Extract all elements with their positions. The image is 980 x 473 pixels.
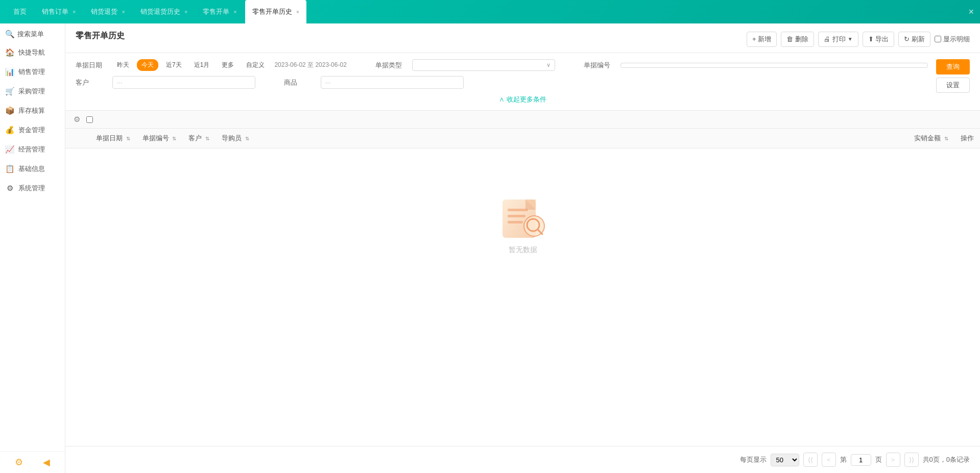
sidebar-item-inventory[interactable]: 📦 库存核算 [0, 101, 65, 120]
tab-close-retail-history[interactable]: × [296, 9, 299, 15]
sidebar-item-purchase[interactable]: 🛒 采购管理 [0, 82, 65, 101]
tab-home[interactable]: 首页 [6, 0, 34, 23]
sort-salesperson-icon: ⇅ [245, 136, 249, 141]
sales-icon: 📊 [5, 67, 14, 77]
filter-main: 单据日期 昨天 今天 近7天 近1月 更多 自定义 2023-06-02 至 2… [76, 59, 970, 93]
customer-input[interactable]: ··· [112, 76, 255, 89]
export-button[interactable]: ⬆ 导出 [863, 32, 895, 47]
tab-sales-order[interactable]: 销售订单 × [35, 0, 83, 23]
svg-rect-2 [508, 215, 525, 217]
sidebar-item-basic-info[interactable]: 📋 基础信息 [0, 159, 65, 179]
number-input[interactable] [620, 63, 928, 68]
date-btn-yesterday[interactable]: 昨天 [112, 59, 134, 71]
refresh-button[interactable]: ↻ 刷新 [898, 32, 930, 47]
goods-dots: ··· [325, 79, 331, 86]
date-btn-7days[interactable]: 近7天 [161, 59, 186, 71]
filter-area: 单据日期 昨天 今天 近7天 近1月 更多 自定义 2023-06-02 至 2… [65, 53, 980, 111]
system-icon: ⚙ [5, 184, 14, 193]
search-icon: 🔍 [5, 30, 14, 39]
per-page-select[interactable]: 50 100 200 [771, 454, 799, 466]
top-bar: 首页 销售订单 × 销货退货 × 销货退货历史 × 零售开单 × 零售开单历史 … [0, 0, 980, 23]
filter-settings-button[interactable]: 设置 [936, 78, 970, 93]
delete-button[interactable]: 🗑 删除 [781, 32, 814, 47]
sidebar-item-system[interactable]: ⚙ 系统管理 [0, 179, 65, 198]
add-button[interactable]: + 新增 [747, 32, 777, 47]
empty-state: 暂无数据 [65, 148, 980, 295]
page-suffix: 页 [875, 455, 882, 464]
sidebar-gear-btn[interactable]: ⚙ [15, 457, 23, 468]
th-checkbox [78, 129, 90, 148]
sort-amount-icon: ⇅ [944, 136, 948, 141]
tab-close-sales-return-history[interactable]: × [184, 9, 187, 15]
tab-retail-history[interactable]: 零售开单历史 × [245, 0, 306, 23]
page-last-btn[interactable]: ⟩⟩ [904, 453, 919, 467]
tab-close-retail-order[interactable]: × [233, 9, 236, 15]
data-table: 单据日期 ⇅ 单据编号 ⇅ 客户 ⇅ [65, 129, 980, 295]
empty-state-illustration [492, 189, 554, 245]
page-title: 零售开单历史 [76, 31, 125, 41]
per-page-label: 每页显示 [740, 455, 767, 464]
goods-label: 商品 [284, 78, 313, 87]
type-label: 单据类型 [375, 61, 404, 70]
sidebar-item-management[interactable]: 📈 经营管理 [0, 140, 65, 159]
th-amount[interactable]: 实销金额 ⇅ [908, 129, 954, 148]
display-detail-checkbox[interactable] [935, 36, 941, 42]
th-customer[interactable]: 客户 ⇅ [182, 129, 216, 148]
select-all-checkbox[interactable] [86, 116, 93, 123]
customer-label: 客户 [76, 78, 104, 87]
th-gear [65, 129, 78, 148]
number-label: 单据编号 [584, 61, 612, 70]
th-spacer [255, 129, 909, 148]
table-toolbar: ⚙ [65, 111, 980, 129]
tab-close-sales-order[interactable]: × [73, 9, 76, 15]
sidebar-collapse-btn[interactable]: ◀ [43, 457, 50, 468]
date-btn-today[interactable]: 今天 [137, 59, 158, 71]
type-select-arrow: ∨ [546, 62, 551, 68]
sidebar-search[interactable]: 🔍 搜索菜单 [0, 23, 65, 43]
table-settings-icon[interactable]: ⚙ [74, 115, 80, 124]
th-date[interactable]: 单据日期 ⇅ [90, 129, 136, 148]
page-prev-btn[interactable]: ＜ [822, 453, 836, 467]
date-btn-1month[interactable]: 近1月 [189, 59, 214, 71]
collapse-filter-btn[interactable]: ∧ 收起更多条件 [499, 95, 546, 104]
filter-row-1: 单据日期 昨天 今天 近7天 近1月 更多 自定义 2023-06-02 至 2… [76, 59, 928, 71]
sidebar-item-sales[interactable]: 📊 销售管理 [0, 62, 65, 82]
date-btn-more[interactable]: 更多 [217, 59, 238, 71]
query-button[interactable]: 查询 [936, 59, 970, 74]
display-detail-label[interactable]: 显示明细 [935, 35, 970, 44]
page-next-btn[interactable]: ＞ [886, 453, 900, 467]
filter-right-buttons: 查询 设置 [928, 59, 970, 93]
page-label: 第 [840, 455, 847, 464]
sidebar-item-quick-nav[interactable]: 🏠 快捷导航 [0, 43, 65, 62]
empty-text: 暂无数据 [509, 245, 537, 255]
app-container: 首页 销售订单 × 销货退货 × 销货退货历史 × 零售开单 × 零售开单历史 … [0, 0, 980, 473]
goods-input[interactable]: ··· [321, 76, 464, 89]
sidebar-item-finance[interactable]: 💰 资金管理 [0, 120, 65, 140]
page-first-btn[interactable]: ⟨⟨ [803, 453, 818, 467]
date-btn-custom[interactable]: 自定义 [242, 59, 269, 71]
th-number[interactable]: 单据编号 ⇅ [136, 129, 183, 148]
date-shortcuts: 昨天 今天 近7天 近1月 更多 自定义 2023-06-02 至 2023-0… [112, 59, 347, 71]
tab-close-sales-return[interactable]: × [122, 9, 125, 15]
finance-icon: 💰 [5, 126, 14, 135]
toolbar: + 新增 🗑 删除 🖨 打印 ▼ ⬆ 导出 ↻ 刷新 显示明细 [747, 32, 970, 47]
total-info: 共0页，0条记录 [923, 455, 970, 464]
page-input[interactable] [851, 454, 871, 466]
window-close-btn[interactable]: × [968, 7, 974, 17]
date-label: 单据日期 [76, 61, 104, 70]
tab-retail-order[interactable]: 零售开单 × [196, 0, 244, 23]
svg-rect-1 [508, 209, 528, 211]
empty-state-row: 暂无数据 [65, 148, 980, 296]
th-action: 操作 [954, 129, 980, 148]
filter-row-2: 客户 ··· 商品 ··· [76, 76, 928, 89]
purchase-icon: 🛒 [5, 87, 14, 96]
sidebar: 🔍 搜索菜单 🏠 快捷导航 📊 销售管理 🛒 采购管理 📦 库存核算 💰 [0, 23, 65, 473]
print-button[interactable]: 🖨 打印 ▼ [818, 32, 858, 47]
home-icon: 🏠 [5, 48, 14, 57]
tab-sales-return[interactable]: 销货退货 × [84, 0, 132, 23]
top-bar-right: × [968, 7, 974, 17]
th-salesperson[interactable]: 导购员 ⇅ [216, 129, 255, 148]
inventory-icon: 📦 [5, 106, 14, 115]
tab-sales-return-history[interactable]: 销货退货历史 × [133, 0, 195, 23]
type-select[interactable]: ∨ [412, 59, 555, 71]
